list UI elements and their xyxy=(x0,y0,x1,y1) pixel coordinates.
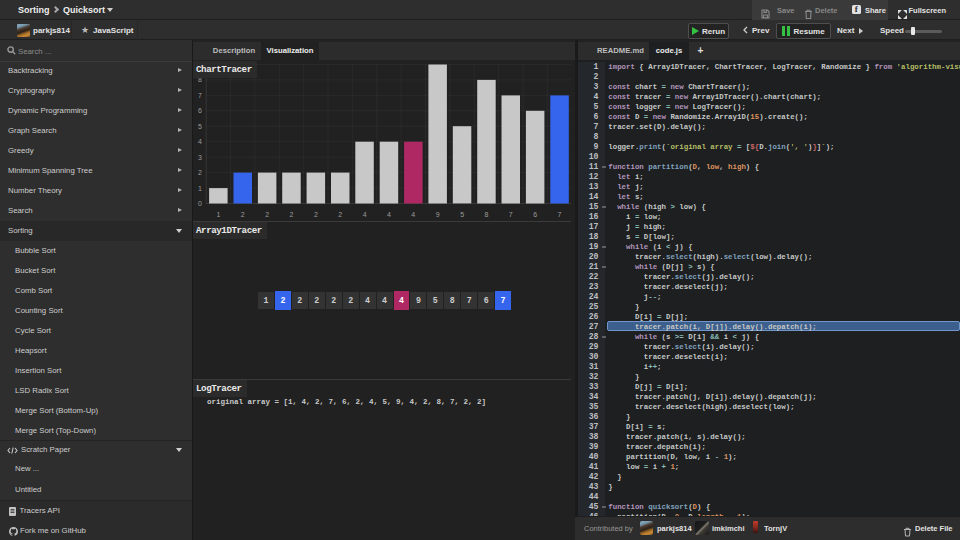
svg-text:7: 7 xyxy=(558,211,562,218)
svg-text:4: 4 xyxy=(363,211,367,218)
svg-text:2: 2 xyxy=(290,211,294,218)
svg-text:5: 5 xyxy=(460,211,464,218)
svg-text:4: 4 xyxy=(387,211,391,218)
svg-text:2: 2 xyxy=(338,211,342,218)
svg-text:3: 3 xyxy=(198,154,202,161)
svg-text:7: 7 xyxy=(198,92,202,99)
svg-text:2: 2 xyxy=(241,211,245,218)
svg-text:2: 2 xyxy=(314,211,318,218)
svg-text:2: 2 xyxy=(265,211,269,218)
svg-text:6: 6 xyxy=(533,211,537,218)
svg-text:2: 2 xyxy=(198,169,202,176)
svg-text:0: 0 xyxy=(198,200,202,207)
svg-text:5: 5 xyxy=(198,123,202,130)
svg-text:4: 4 xyxy=(411,211,415,218)
svg-text:4: 4 xyxy=(198,138,202,145)
svg-text:7: 7 xyxy=(509,211,513,218)
svg-text:6: 6 xyxy=(198,107,202,114)
svg-text:8: 8 xyxy=(484,211,488,218)
svg-text:1: 1 xyxy=(198,185,202,192)
svg-text:9: 9 xyxy=(436,211,440,218)
svg-text:1: 1 xyxy=(216,211,220,218)
